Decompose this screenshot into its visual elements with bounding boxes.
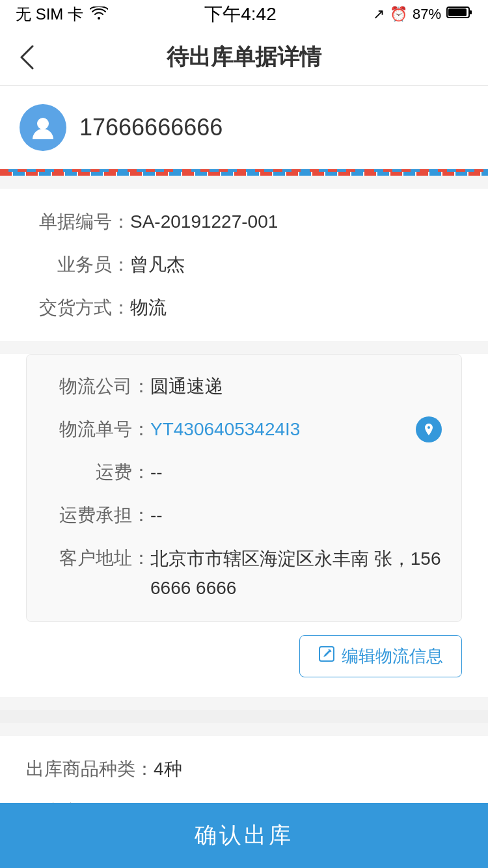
section-divider (0, 710, 488, 723)
type-label: 出库商品种类： (26, 755, 154, 783)
edit-btn-label: 编辑物流信息 (342, 645, 443, 668)
edit-logistics-button[interactable]: 编辑物流信息 (299, 635, 462, 677)
svg-rect-2 (448, 8, 467, 16)
freight-label: 运费： (46, 459, 150, 486)
confirm-btn-label: 确认出库 (195, 821, 293, 850)
basic-info-section: 单据编号： SA-20191227-001 业务员： 曾凡杰 交货方式： 物流 (0, 189, 488, 341)
type-value: 4种 (154, 755, 462, 783)
address-label: 客户地址： (46, 545, 150, 572)
svg-point-3 (37, 118, 49, 129)
alarm-icon: ⏰ (390, 6, 407, 23)
address-row: 客户地址： 北京市市辖区海淀区永丰南 张，156 6666 6666 (46, 545, 442, 603)
address-value: 北京市市辖区海淀区永丰南 张，156 6666 6666 (150, 545, 442, 603)
location-icon[interactable] (416, 416, 442, 442)
page-title: 待出库单据详情 (167, 42, 321, 72)
tracking-row: 物流单号： YT43064053424I3 (46, 416, 442, 443)
carrier-text: 无 SIM 卡 (16, 4, 83, 25)
company-label: 物流公司： (46, 373, 150, 400)
wifi-icon (90, 5, 108, 23)
freight-bear-label: 运费承担： (46, 502, 150, 529)
confirm-btn-bar[interactable]: 确认出库 (0, 803, 488, 868)
back-button[interactable] (20, 45, 34, 70)
order-no-value: SA-20191227-001 (130, 208, 462, 236)
freight-value: -- (150, 459, 442, 486)
status-left: 无 SIM 卡 (16, 4, 108, 25)
salesman-row: 业务员： 曾凡杰 (26, 251, 462, 278)
freight-row: 运费： -- (46, 459, 442, 486)
type-row: 出库商品种类： 4种 (26, 755, 462, 783)
company-row: 物流公司： 圆通速递 (46, 373, 442, 400)
battery-icon (446, 5, 472, 23)
location-arrow-icon: ↗ (373, 6, 385, 23)
tracking-value: YT43064053424I3 (150, 416, 407, 443)
logistics-box: 物流公司： 圆通速递 物流单号： YT43064053424I3 运费： -- … (26, 354, 462, 622)
battery-text: 87% (413, 6, 441, 23)
time-display: 下午4:42 (204, 2, 277, 27)
delivery-row: 交货方式： 物流 (26, 294, 462, 321)
svg-rect-1 (469, 10, 472, 14)
tracking-label: 物流单号： (46, 416, 150, 443)
salesman-label: 业务员： (26, 251, 130, 278)
edit-btn-container: 编辑物流信息 (26, 635, 462, 677)
dashed-separator (0, 172, 488, 176)
status-bar: 无 SIM 卡 下午4:42 ↗ ⏰ 87% (0, 0, 488, 29)
avatar (20, 104, 66, 151)
freight-bear-row: 运费承担： -- (46, 502, 442, 529)
salesman-value: 曾凡杰 (130, 251, 462, 278)
order-no-row: 单据编号： SA-20191227-001 (26, 208, 462, 236)
freight-bear-value: -- (150, 502, 442, 529)
delivery-value: 物流 (130, 294, 462, 321)
customer-header: 17666666666 (0, 86, 488, 172)
status-right: ↗ ⏰ 87% (373, 5, 472, 23)
customer-phone: 17666666666 (79, 114, 223, 141)
nav-bar: 待出库单据详情 (0, 29, 488, 86)
delivery-label: 交货方式： (26, 294, 130, 321)
logistics-section: 物流公司： 圆通速递 物流单号： YT43064053424I3 运费： -- … (0, 354, 488, 697)
order-no-label: 单据编号： (26, 208, 130, 236)
edit-icon (318, 645, 335, 667)
company-value: 圆通速递 (150, 373, 442, 400)
